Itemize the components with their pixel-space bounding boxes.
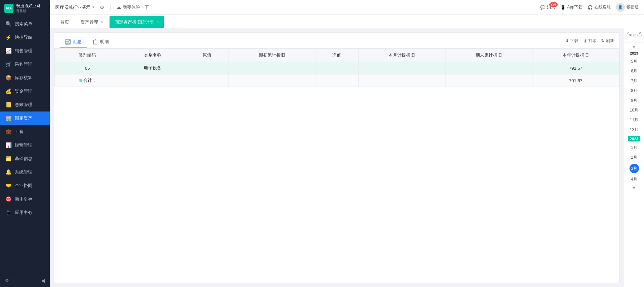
tab-home[interactable]: 首页 xyxy=(55,16,74,28)
sidebar-item-ops[interactable]: 📊经营管理 xyxy=(0,138,50,152)
refresh-button[interactable]: ↻ 刷新 xyxy=(601,38,614,44)
topbar-right: 💬 消息 99+ 📱 App下载 🎧 在线客服 👤 畅捷通 xyxy=(540,3,639,12)
table-cell xyxy=(315,62,359,74)
sub-tab-detail[interactable]: 📋明细 xyxy=(87,36,114,48)
date-panel-close-icon[interactable]: ✕ xyxy=(638,30,642,35)
message-button[interactable]: 💬 消息 99+ xyxy=(540,4,555,10)
sidebar-item-ledger[interactable]: 📒总账管理 xyxy=(0,98,50,111)
company-selector[interactable]: 医疗器械行业演示 ▾ xyxy=(55,4,94,10)
date-month[interactable]: 11月 xyxy=(624,115,644,125)
company-name: 医疗器械行业演示 xyxy=(55,4,90,10)
sidebar-label-purchase: 采购管理 xyxy=(15,61,32,67)
sidebar-label-system: 系统管理 xyxy=(15,169,32,175)
sidebar-label-quicknav: 快捷导航 xyxy=(15,34,32,40)
date-month[interactable]: 2月 xyxy=(624,153,644,162)
tabbar: 首页资产管理✕固定资产折旧统计表✕ xyxy=(50,15,644,28)
table-column-header: 类别编码 xyxy=(55,49,120,62)
tab-label-asset_mgmt: 资产管理 xyxy=(81,19,98,25)
main-area: 医疗器械行业演示 ▾ ⚙ ☁ 我要体验一下 💬 消息 99+ 📱 App下载 🎧… xyxy=(50,0,644,287)
date-months-container: 20235月6月7月8月9月10月11月12月20231月2月3月4月 xyxy=(624,50,644,184)
tab-asset_mgmt[interactable]: 资产管理✕ xyxy=(75,16,108,28)
date-month[interactable]: 10月 xyxy=(624,105,644,115)
sidebar-item-finance[interactable]: 💰资金管理 xyxy=(0,85,50,98)
topbar-gear-icon[interactable]: ⚙ xyxy=(100,4,104,10)
table-cell xyxy=(445,62,532,74)
refresh-icon: ↻ xyxy=(601,38,605,43)
table-row[interactable]: 05电子设备791.67 xyxy=(55,62,619,74)
sidebar-label-collab: 企业协同 xyxy=(15,183,32,189)
date-panel-top: ⤢ 2023.03 ✕ xyxy=(624,28,644,42)
download-label: 下载 xyxy=(570,38,578,44)
date-month[interactable]: 1月 xyxy=(624,143,644,153)
sidebar-item-guide[interactable]: 🎯新手引导 xyxy=(0,192,50,206)
tab-depreciation[interactable]: 固定资产折旧统计表✕ xyxy=(110,16,164,28)
experience-button[interactable]: ☁ 我要体验一下 xyxy=(117,4,149,10)
sidebar-label-sales: 销售管理 xyxy=(15,48,32,54)
username: 畅捷通 xyxy=(626,4,639,10)
sidebar-item-fixed[interactable]: 🏢固定资产 xyxy=(0,111,50,125)
sidebar-item-collab[interactable]: 🤝企业协同 xyxy=(0,179,50,192)
sidebar-item-payroll[interactable]: 💼工资 xyxy=(0,125,50,138)
date-month[interactable]: 9月 xyxy=(624,96,644,105)
sidebar-icon-basic: 🗂️ xyxy=(5,156,11,162)
date-nav-down[interactable]: ▼ xyxy=(624,184,644,192)
user-menu[interactable]: 👤 畅捷通 xyxy=(616,3,639,12)
date-month[interactable]: 5月 xyxy=(624,57,644,66)
settings-icon[interactable]: ⚙ xyxy=(5,278,9,284)
download-button[interactable]: ⬇ 下载 xyxy=(565,38,578,44)
tab-close-asset_mgmt[interactable]: ✕ xyxy=(100,20,103,24)
date-month[interactable]: 12月 xyxy=(624,125,644,135)
sidebar-item-quicknav[interactable]: ⚡快捷导航 xyxy=(0,31,50,44)
avatar-icon: 👤 xyxy=(618,5,623,9)
sidebar-icon-sales: 📈 xyxy=(5,48,11,54)
date-panel-expand-icon[interactable]: ⤢ xyxy=(626,30,630,35)
app-download-button[interactable]: 📱 App下载 xyxy=(560,4,582,10)
support-button[interactable]: 🎧 在线客服 xyxy=(588,4,611,10)
table-header: 类别编码类别名称原值期初累计折旧净值本月计提折旧期末累计折旧本年计提折旧 xyxy=(55,49,619,62)
date-month-active[interactable]: 3月 xyxy=(630,164,639,173)
table-wrap: 类别编码类别名称原值期初累计折旧净值本月计提折旧期末累计折旧本年计提折旧 05电… xyxy=(54,49,619,283)
table-sum-cell xyxy=(358,74,445,87)
table-header-row: 类别编码类别名称原值期初累计折旧净值本月计提折旧期末累计折旧本年计提折旧 xyxy=(55,49,619,62)
sidebar-item-basic[interactable]: 🗂️基础信息 xyxy=(0,152,50,165)
collapse-icon[interactable]: ◀ xyxy=(41,278,45,284)
tab-close-depreciation[interactable]: ✕ xyxy=(156,20,159,24)
sidebar-logo: AtA 畅捷通好业财 普及版 xyxy=(0,0,50,17)
sidebar-item-inventory[interactable]: 📦库存核算 xyxy=(0,71,50,85)
date-month[interactable]: 7月 xyxy=(624,76,644,86)
date-month[interactable]: 4月 xyxy=(624,174,644,184)
table-column-header: 期初累计折旧 xyxy=(228,49,315,62)
table-sum-cell: ⊞合计： xyxy=(55,74,120,87)
company-chevron-icon: ▾ xyxy=(92,5,94,9)
sidebar-label-basic: 基础信息 xyxy=(15,156,32,162)
topbar: 医疗器械行业演示 ▾ ⚙ ☁ 我要体验一下 💬 消息 99+ 📱 App下载 🎧… xyxy=(50,0,644,15)
avatar: 👤 xyxy=(616,3,625,12)
table-column-header: 期末累计折旧 xyxy=(445,49,532,62)
sidebar-item-system[interactable]: 🔔系统管理 xyxy=(0,165,50,179)
sidebar-item-search[interactable]: 🔍搜索菜单 xyxy=(0,17,50,31)
table-column-header: 本月计提折旧 xyxy=(358,49,445,62)
print-button[interactable]: 🖨 打印 xyxy=(583,38,596,44)
date-month[interactable]: 6月 xyxy=(624,66,644,76)
main-panel: 🔄汇总📋明细 ⬇ 下载 🖨 打印 ↻ 刷新 xyxy=(54,32,620,283)
sum-icon: ⊞ xyxy=(79,78,82,83)
date-year-badge: 2023 xyxy=(628,136,640,141)
date-month-container: 3月 xyxy=(624,162,644,174)
table-cell: 电子设备 xyxy=(120,62,185,74)
sub-tab-icon-summary: 🔄 xyxy=(65,39,71,44)
date-month[interactable]: 8月 xyxy=(624,86,644,96)
sidebar-icon-search: 🔍 xyxy=(5,21,11,27)
date-nav-up[interactable]: ▲ xyxy=(624,42,644,50)
sidebar-icon-guide: 🎯 xyxy=(5,196,11,202)
sidebar-item-apps[interactable]: 📱应用中心 xyxy=(0,206,50,219)
support-icon: 🎧 xyxy=(588,5,593,10)
table-column-header: 类别名称 xyxy=(120,49,185,62)
sub-tab-summary[interactable]: 🔄汇总 xyxy=(60,36,87,48)
sidebar-icon-apps: 📱 xyxy=(5,210,11,216)
sidebar-item-sales[interactable]: 📈销售管理 xyxy=(0,44,50,58)
app-logo-icon: AtA xyxy=(4,4,13,13)
sidebar-item-purchase[interactable]: 🛒采购管理 xyxy=(0,58,50,71)
sidebar-icon-payroll: 💼 xyxy=(5,129,11,135)
sidebar-icon-ops: 📊 xyxy=(5,142,11,148)
table-sum-cell xyxy=(185,74,228,87)
